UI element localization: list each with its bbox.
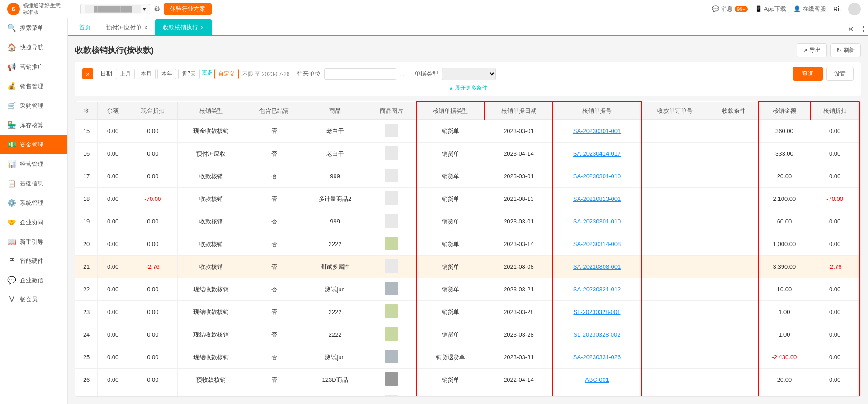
close-tab-collection-icon[interactable]: × [201, 24, 204, 31]
search-icon: 🔍 [7, 24, 16, 32]
message-button[interactable]: 💬 消息 99+ [712, 5, 748, 13]
date-buttons: 上月 本月 本年 近7天 更多 自定义 [116, 69, 239, 79]
cell-id: 26 [75, 369, 98, 391]
sidebar-item-quicknav[interactable]: 🏠 快捷导航 [0, 38, 67, 57]
sidebar-item-system[interactable]: ⚙️ 系统管理 [0, 193, 67, 213]
cell-id: 21 [75, 256, 98, 278]
date-btn-custom[interactable]: 自定义 [214, 69, 239, 79]
cell-collection-order-no [641, 233, 709, 256]
sidebar-item-guide[interactable]: 📖 新手引导 [0, 232, 67, 252]
cell-cancel-discount: 0.00 [810, 301, 860, 323]
date-btn-this-month[interactable]: 本月 [137, 69, 156, 79]
cell-payment-terms [709, 143, 758, 165]
industry-button[interactable]: 休验行业方案 [164, 3, 212, 15]
cell-cancel-amount: 60.00 [759, 210, 810, 233]
guide-icon: 📖 [7, 238, 16, 246]
sidebar-item-hardware[interactable]: 🖥 智能硬件 [0, 252, 67, 271]
date-btn-7days[interactable]: 近7天 [178, 69, 200, 79]
cell-balance: 0.00 [98, 188, 128, 210]
cell-collection-order-no [641, 165, 709, 188]
cell-goods-image [367, 256, 416, 278]
table-container: ⚙ 余额 现金折扣 核销类型 包含已结清 商品 商品图片 核销单据类型 核销单据… [75, 101, 861, 397]
sidebar-label-search: 搜索菜单 [20, 24, 43, 32]
close-window-icon[interactable]: ✕ [848, 25, 854, 33]
cell-payment-terms [709, 323, 758, 346]
cell-cancel-doc-date: 2023-04-14 [485, 143, 553, 165]
sidebar-item-member[interactable]: V 畅会员 [0, 290, 67, 309]
sidebar-item-operation[interactable]: 📊 经营管理 [0, 154, 67, 174]
sidebar-item-finance[interactable]: 💵 资金管理 [0, 135, 67, 154]
cell-balance: 0.00 [98, 346, 128, 369]
cell-cancel-doc-date: 2023-03-01 [485, 210, 553, 233]
sidebar-item-wechat[interactable]: 💬 企业微信 [0, 271, 67, 290]
tab-prepay[interactable]: 预付冲应付单 × [99, 19, 155, 35]
expand-filter-button[interactable]: ∨ 展开更多条件 [449, 84, 487, 92]
fullscreen-icon[interactable]: ⛶ [857, 25, 864, 33]
cell-cancel-amount: 100.00 [759, 391, 810, 397]
cell-cancel-amount: 2,100.00 [759, 188, 810, 210]
th-settings[interactable]: ⚙ [75, 102, 98, 120]
cell-collection-order-no [641, 301, 709, 323]
sidebar-label-member: 畅会员 [20, 295, 38, 304]
cell-cancel-discount: 0.00 [810, 210, 860, 233]
sidebar-item-marketing[interactable]: 📢 营销推广 [0, 57, 67, 76]
cell-cancel-type: 收款核销 [177, 165, 245, 188]
message-badge: 99+ [735, 6, 748, 12]
sidebar-item-enterprise[interactable]: 🤝 企业协同 [0, 213, 67, 232]
cell-cancel-type: 收款核销 [177, 256, 245, 278]
cell-balance: 0.00 [98, 323, 128, 346]
date-btn-this-year[interactable]: 本年 [157, 69, 176, 79]
sidebar-label-wechat: 企业微信 [20, 276, 43, 285]
cell-include-settled: 否 [245, 301, 303, 323]
setting-button[interactable]: 设置 [826, 67, 854, 81]
cell-collection-order-no [641, 188, 709, 210]
tabs: 首页 预付冲应付单 × 收款核销执行 × ✕ ⛶ [68, 18, 868, 36]
sidebar-item-inventory[interactable]: 🏪 库存核算 [0, 115, 67, 135]
user-name: Rit [833, 5, 841, 13]
export-button[interactable]: ↗ 导出 [797, 43, 827, 57]
cell-cancel-doc-date: 2022-04-14 [485, 369, 553, 391]
app-download-button[interactable]: 📱 App下载 [755, 5, 786, 13]
cell-goods: 测试多属性 [303, 256, 367, 278]
cell-cancel-doc-type: 销货单 [416, 165, 485, 188]
page-header: 收款核销执行(按收款) ↗ 导出 ↻ 刷新 [75, 43, 861, 57]
date-more-button[interactable]: 更多 [202, 69, 212, 79]
gear-icon[interactable]: ⚙ [154, 5, 160, 13]
sidebar: 🔍 搜索菜单 🏠 快捷导航 📢 营销推广 💰 销售管理 🛒 采购管理 🏪 库存核… [0, 18, 68, 404]
cell-cancel-type: 现结收款核销 [177, 278, 245, 301]
doc-type-select[interactable] [442, 68, 496, 80]
sidebar-item-basic[interactable]: 📋 基础信息 [0, 174, 67, 193]
basic-icon: 📋 [7, 179, 16, 188]
system-icon: ⚙️ [7, 199, 16, 207]
table-row: 23 0.00 0.00 现结收款核销 否 2222 销货单 2023-03-2… [75, 301, 860, 323]
cell-cancel-doc-type: 销货单 [416, 233, 485, 256]
cell-include-settled: 否 [245, 369, 303, 391]
cell-cancel-discount: 0.00 [810, 323, 860, 346]
collapse-filter-button[interactable]: » [82, 68, 93, 79]
refresh-button[interactable]: ↻ 刷新 [830, 43, 861, 57]
tab-collection[interactable]: 收款核销执行 × [155, 19, 212, 35]
cell-cancel-amount: 20.00 [759, 369, 810, 391]
cell-cancel-type: 现结收款核销 [177, 346, 245, 369]
cell-goods-image [367, 120, 416, 143]
close-tab-prepay-icon[interactable]: × [144, 24, 147, 31]
date-btn-last-month[interactable]: 上月 [116, 69, 135, 79]
cell-id: 17 [75, 165, 98, 188]
company-selector[interactable]: ██████████ ▾ [80, 4, 150, 14]
query-button[interactable]: 查询 [793, 67, 823, 81]
cell-cancel-doc-type: 销货单 [416, 323, 485, 346]
tab-home[interactable]: 首页 [71, 19, 99, 35]
sidebar-item-sales[interactable]: 💰 销售管理 [0, 76, 67, 96]
cell-collection-order-no [641, 256, 709, 278]
marketing-icon: 📢 [7, 62, 16, 71]
cell-cash-discount: 0.00 [128, 210, 177, 233]
cell-goods-image [367, 165, 416, 188]
cell-cancel-type: 收款核销 [177, 233, 245, 256]
online-service-button[interactable]: 👤 在线客服 [793, 5, 826, 13]
partner-input[interactable] [324, 68, 396, 80]
table-row: 24 0.00 0.00 现结收款核销 否 2222 销货单 2023-03-2… [75, 323, 860, 346]
sidebar-item-purchase[interactable]: 🛒 采购管理 [0, 96, 67, 115]
cell-collection-order-no [641, 369, 709, 391]
cell-cancel-doc-type: 销货单 [416, 256, 485, 278]
sidebar-item-search[interactable]: 🔍 搜索菜单 [0, 18, 67, 38]
